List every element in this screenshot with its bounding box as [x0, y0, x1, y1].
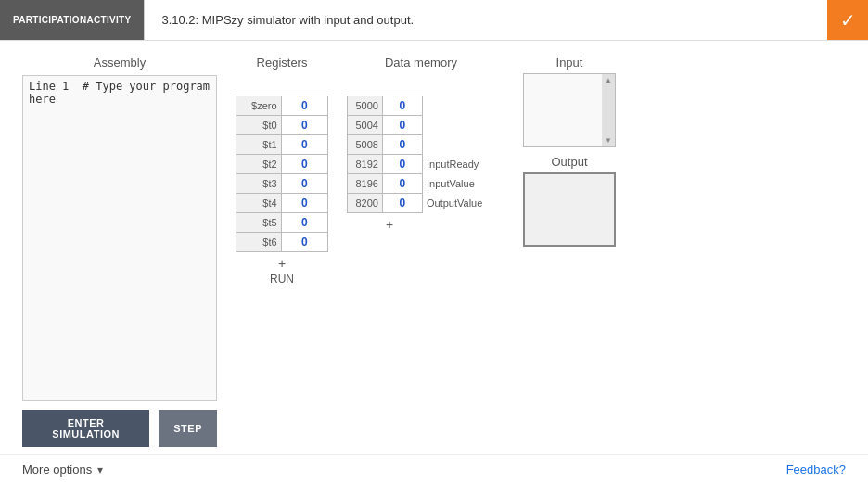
register-value[interactable]: 0 [281, 194, 327, 213]
data-memory-table: 50000500405008081920InputReady81960Input… [347, 96, 495, 213]
label-line1: PARTICIPATION [13, 14, 86, 26]
code-editor[interactable]: Line 1 # Type your program here [22, 75, 217, 401]
io-section: Input ▲ ▼ Output [523, 56, 616, 447]
more-options-button[interactable]: More options ▾ [22, 463, 103, 477]
chevron-down-icon: ▾ [97, 464, 103, 477]
memory-value[interactable]: 0 [382, 194, 422, 213]
input-title: Input [523, 56, 616, 70]
memory-value[interactable]: 0 [382, 96, 422, 116]
run-label[interactable]: RUN [236, 273, 328, 286]
memory-value[interactable]: 0 [382, 174, 422, 194]
check-icon: ✓ [840, 9, 856, 32]
data-memory-section: Data memory 50000500405008081920InputRea… [347, 56, 495, 447]
memory-row: 81920InputReady [348, 155, 495, 174]
memory-label: OutputValue [422, 194, 494, 213]
register-row: $t60 [236, 233, 328, 252]
output-title: Output [523, 155, 616, 169]
input-scrollbar[interactable]: ▲ ▼ [602, 74, 615, 146]
register-name: $t6 [236, 233, 282, 252]
data-memory-title: Data memory [347, 56, 495, 70]
memory-label: InputValue [422, 174, 494, 194]
bottom-bar: More options ▾ Feedback? [0, 454, 868, 484]
register-value[interactable]: 0 [281, 233, 327, 252]
register-row: $t30 [236, 174, 328, 194]
register-name: $t0 [236, 116, 282, 135]
button-row: ENTER SIMULATION STEP [22, 410, 217, 447]
scroll-up-icon[interactable]: ▲ [605, 74, 612, 86]
register-row: $t00 [236, 116, 328, 135]
activity-title: 3.10.2: MIPSzy simulator with input and … [145, 0, 827, 40]
register-value[interactable]: 0 [281, 213, 327, 233]
memory-value[interactable]: 0 [382, 155, 422, 174]
input-area: Input ▲ ▼ [523, 56, 616, 147]
memory-label: InputReady [422, 155, 494, 174]
registers-plus[interactable]: + [236, 256, 328, 271]
memory-label [422, 135, 494, 155]
register-value[interactable]: 0 [281, 96, 327, 116]
registers-section: Registers $zero0$t00$t10$t20$t30$t40$t50… [236, 56, 328, 447]
register-value[interactable]: 0 [281, 155, 327, 174]
step-button[interactable]: STEP [159, 410, 217, 447]
more-options-label: More options [22, 463, 92, 477]
memory-row: 81960InputValue [348, 174, 495, 194]
register-name: $t1 [236, 135, 282, 155]
register-row: $t40 [236, 194, 328, 213]
registers-table: $zero0$t00$t10$t20$t30$t40$t50$t60 [236, 96, 328, 252]
register-name: $t3 [236, 174, 282, 194]
memory-address: 5008 [348, 135, 383, 155]
assembly-section: Assembly Line 1 # Type your program here… [22, 56, 217, 447]
register-row: $t20 [236, 155, 328, 174]
feedback-link[interactable]: Feedback? [786, 463, 846, 477]
registers-title: Registers [236, 56, 328, 70]
memory-address: 8200 [348, 194, 383, 213]
check-button[interactable]: ✓ [827, 0, 868, 40]
scroll-down-icon[interactable]: ▼ [605, 134, 612, 146]
register-row: $t50 [236, 213, 328, 233]
register-value[interactable]: 0 [281, 116, 327, 135]
register-row: $t10 [236, 135, 328, 155]
memory-label [422, 96, 494, 116]
enter-simulation-button[interactable]: ENTER SIMULATION [22, 410, 149, 447]
output-area: Output [523, 155, 616, 247]
memory-address: 8196 [348, 174, 383, 194]
data-memory-plus[interactable]: + [347, 217, 495, 232]
label-line2: ACTIVITY [86, 14, 131, 26]
register-value[interactable]: 0 [281, 135, 327, 155]
register-row: $zero0 [236, 96, 328, 116]
memory-value[interactable]: 0 [382, 116, 422, 135]
memory-address: 5004 [348, 116, 383, 135]
memory-row: 50080 [348, 135, 495, 155]
register-name: $t5 [236, 213, 282, 233]
memory-row: 50000 [348, 96, 495, 116]
memory-row: 82000OutputValue [348, 194, 495, 213]
memory-address: 8192 [348, 155, 383, 174]
register-name: $t4 [236, 194, 282, 213]
register-value[interactable]: 0 [281, 174, 327, 194]
header: PARTICIPATION ACTIVITY 3.10.2: MIPSzy si… [0, 0, 868, 41]
memory-value[interactable]: 0 [382, 135, 422, 155]
register-name: $t2 [236, 155, 282, 174]
register-name: $zero [236, 96, 282, 116]
input-box[interactable]: ▲ ▼ [523, 73, 616, 147]
main-content: Assembly Line 1 # Type your program here… [0, 41, 868, 454]
output-box [523, 172, 616, 247]
memory-address: 5000 [348, 96, 383, 116]
memory-label [422, 116, 494, 135]
assembly-title: Assembly [22, 56, 217, 70]
simulator-area: Assembly Line 1 # Type your program here… [22, 56, 846, 447]
memory-row: 50040 [348, 116, 495, 135]
activity-label: PARTICIPATION ACTIVITY [0, 0, 144, 40]
